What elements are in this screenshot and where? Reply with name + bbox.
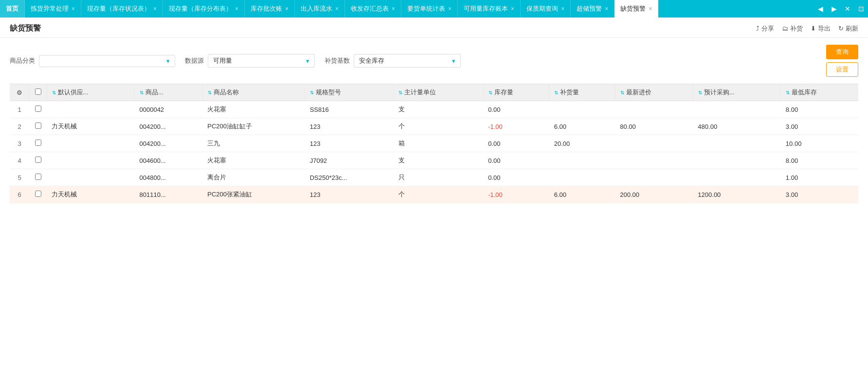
nav-close-available[interactable]: × xyxy=(511,5,514,12)
select-all-checkbox[interactable] xyxy=(35,88,41,95)
cell-replenish xyxy=(549,101,615,118)
cell-est-purchase xyxy=(693,135,780,152)
nav-item-stock-dist[interactable]: 现存量（库存分布表） × xyxy=(163,0,245,18)
cell-name: PC200张紧油缸 xyxy=(202,186,305,203)
nav-item-expiry[interactable]: 保质期查询 × xyxy=(521,0,571,18)
nav-item-batch-account[interactable]: 库存批次账 × xyxy=(245,0,295,18)
nav-item-summary[interactable]: 收发存汇总表 × xyxy=(345,0,401,18)
table-header-row: ⚙ ⇅ 默认供应... ⇅ 商品... xyxy=(10,84,858,101)
row-checkbox-cell[interactable] xyxy=(29,101,47,118)
nav-item-flow[interactable]: 出入库流水 × xyxy=(295,0,345,18)
cell-latest-price xyxy=(615,152,693,169)
cell-replenish xyxy=(549,169,615,186)
cell-spec: 123 xyxy=(305,118,394,135)
nav-item-demand[interactable]: 要货单统计表 × xyxy=(401,0,458,18)
datasource-select[interactable]: 可用量 ▾ xyxy=(208,54,315,68)
th-unit[interactable]: ⇅ 主计量单位 xyxy=(394,84,484,101)
page-title: 缺货预警 xyxy=(10,23,756,34)
cell-min-stock: 8.00 xyxy=(781,152,858,169)
row-checkbox-cell[interactable] xyxy=(29,169,47,186)
th-stock[interactable]: ⇅ 库存量 xyxy=(483,84,549,101)
nav-item-stock-status[interactable]: 现存量（库存状况表） × xyxy=(81,0,163,18)
nav-item-home[interactable]: 首页 xyxy=(0,0,25,18)
filter-bar: 商品分类 ▾ 数据源 可用量 ▾ 补货基数 安全库存 ▾ 查询 设置 xyxy=(0,38,868,84)
nav-item-picking[interactable]: 拣货异常处理 × xyxy=(25,0,81,18)
cell-code: 004600... xyxy=(134,152,202,169)
cell-latest-price xyxy=(615,135,693,152)
th-est-purchase[interactable]: ⇅ 预计采购... xyxy=(693,84,780,101)
nav-close-all-button[interactable]: ✕ xyxy=(841,0,854,18)
row-checkbox-cell[interactable] xyxy=(29,135,47,152)
nav-close-picking[interactable]: × xyxy=(72,5,75,12)
th-latest-price[interactable]: ⇅ 最新进价 xyxy=(615,84,693,101)
cell-spec: J7092 xyxy=(305,152,394,169)
nav-close-flow[interactable]: × xyxy=(335,5,339,12)
replenish-icon: 🗂 xyxy=(782,25,788,32)
row-checkbox[interactable] xyxy=(35,140,41,146)
table-row: 1 0000042 火花塞 SS816 支 0.00 8.00 xyxy=(10,101,858,118)
cell-latest-price: 80.00 xyxy=(615,118,693,135)
main-content: 缺货预警 ⤴ 分享 🗂 补货 ⬇ 导出 ↻ 刷新 商品分类 xyxy=(0,18,868,387)
th-replenish[interactable]: ⇅ 补货量 xyxy=(549,84,615,101)
settings-button[interactable]: 设置 xyxy=(826,62,858,77)
row-checkbox-cell[interactable] xyxy=(29,118,47,135)
th-min-stock[interactable]: ⇅ 最低库存 xyxy=(781,84,858,101)
sort-supplier-icon: ⇅ xyxy=(52,90,56,95)
nav-close-overstock[interactable]: × xyxy=(605,5,608,12)
nav-close-stock-dist[interactable]: × xyxy=(235,5,238,12)
cell-est-purchase xyxy=(693,152,780,169)
nav-item-available[interactable]: 可用量库存账本 × xyxy=(458,0,521,18)
cell-min-stock: 3.00 xyxy=(781,186,858,203)
refresh-button[interactable]: ↻ 刷新 xyxy=(838,24,858,33)
nav-item-shortage[interactable]: 缺货预警 × xyxy=(615,0,658,18)
cell-stock: -1.00 xyxy=(483,118,549,135)
th-spec[interactable]: ⇅ 规格型号 xyxy=(305,84,394,101)
nav-next-button[interactable]: ▶ xyxy=(827,0,841,18)
cell-name: PC200油缸缸子 xyxy=(202,118,305,135)
export-button[interactable]: ⬇ 导出 xyxy=(811,24,831,33)
nav-close-batch-account[interactable]: × xyxy=(285,5,289,12)
nav-close-demand[interactable]: × xyxy=(448,5,452,12)
replenish-base-select[interactable]: 安全库存 ▾ xyxy=(354,54,461,68)
nav-maximize-button[interactable]: ⊡ xyxy=(854,0,868,18)
cell-unit: 支 xyxy=(394,101,484,118)
share-button[interactable]: ⤴ 分享 xyxy=(756,24,774,33)
row-checkbox[interactable] xyxy=(35,123,41,129)
th-settings[interactable]: ⚙ xyxy=(10,84,29,101)
cell-unit: 个 xyxy=(394,118,484,135)
sort-latest-price-icon: ⇅ xyxy=(620,90,624,95)
top-navigation: 首页 拣货异常处理 × 现存量（库存状况表） × 现存量（库存分布表） × 库存… xyxy=(0,0,868,18)
cell-spec: DS250*23c... xyxy=(305,169,394,186)
nav-close-shortage[interactable]: × xyxy=(649,5,652,12)
category-select[interactable]: ▾ xyxy=(39,55,175,67)
replenish-base-label: 补货基数 xyxy=(325,56,350,65)
category-label: 商品分类 xyxy=(10,56,35,65)
cell-est-purchase xyxy=(693,169,780,186)
row-checkbox-cell[interactable] xyxy=(29,152,47,169)
cell-latest-price: 200.00 xyxy=(615,186,693,203)
query-button[interactable]: 查询 xyxy=(826,45,858,59)
nav-close-summary[interactable]: × xyxy=(392,5,395,12)
table-row: 5 004800... 离合片 DS250*23c... 只 0.00 1.00 xyxy=(10,169,858,186)
row-number: 2 xyxy=(10,118,29,135)
sort-code-icon: ⇅ xyxy=(140,90,144,95)
row-checkbox[interactable] xyxy=(35,191,41,197)
row-checkbox-cell[interactable] xyxy=(29,186,47,203)
nav-item-overstock[interactable]: 超储预警 × xyxy=(571,0,615,18)
filter-replenish-base: 补货基数 安全库存 ▾ xyxy=(325,54,461,68)
row-checkbox[interactable] xyxy=(35,157,41,163)
row-checkbox[interactable] xyxy=(35,174,41,180)
cell-name: 火花塞 xyxy=(202,101,305,118)
nav-close-stock-status[interactable]: × xyxy=(153,5,157,12)
replenish-button[interactable]: 🗂 补货 xyxy=(782,24,803,33)
row-checkbox[interactable] xyxy=(35,106,41,112)
row-number: 6 xyxy=(10,186,29,203)
th-supplier[interactable]: ⇅ 默认供应... xyxy=(47,84,134,101)
cell-min-stock: 3.00 xyxy=(781,118,858,135)
nav-close-expiry[interactable]: × xyxy=(561,5,564,12)
th-code[interactable]: ⇅ 商品... xyxy=(134,84,202,101)
th-checkbox[interactable] xyxy=(29,84,47,101)
th-name[interactable]: ⇅ 商品名称 xyxy=(202,84,305,101)
category-arrow-icon: ▾ xyxy=(166,57,170,65)
nav-prev-button[interactable]: ◀ xyxy=(814,0,827,18)
